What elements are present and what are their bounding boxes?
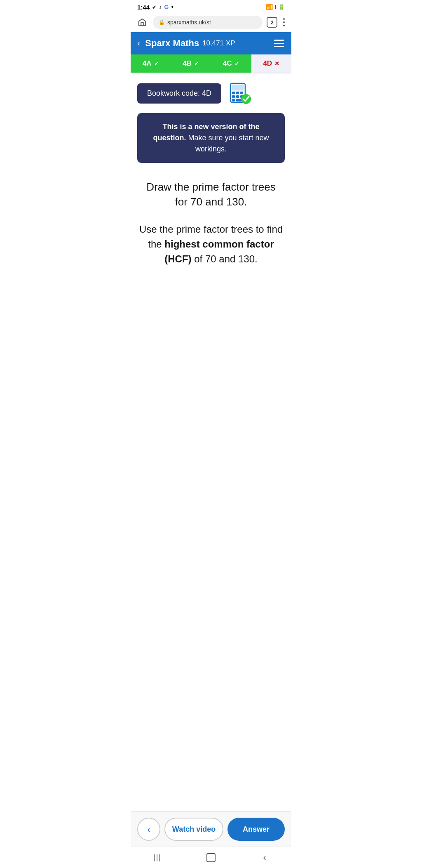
- menu-dot-1: [283, 18, 285, 20]
- tab-4b-check: ✓: [194, 60, 199, 67]
- status-left: 1:44 ✔ ♪ G •: [137, 3, 173, 11]
- dot-icon: •: [171, 3, 173, 11]
- question-line2: Use the prime factor trees to find the h…: [139, 222, 283, 267]
- browser-menu-button[interactable]: [281, 17, 286, 28]
- menu-line-3: [274, 46, 284, 47]
- tab-4b-label: 4B: [183, 59, 192, 68]
- lock-icon: 🔒: [159, 19, 165, 25]
- svg-rect-4: [240, 92, 243, 94]
- svg-rect-1: [232, 85, 244, 90]
- bookwork-badge: Bookwork code: 4D: [137, 83, 221, 104]
- tab-4d-x: ✕: [274, 60, 279, 67]
- status-icons: 📶 Ⅰ 🔋: [266, 4, 285, 10]
- header-back-button[interactable]: ‹: [137, 38, 140, 49]
- header-title: Sparx Maths 10,471 XP: [145, 38, 268, 49]
- battery-icon: 🔋: [278, 4, 285, 10]
- tab-4b[interactable]: 4B ✓: [171, 54, 211, 73]
- svg-rect-3: [236, 92, 239, 94]
- tabs-bar: 4A ✓ 4B ✓ 4C ✓ 4D ✕: [131, 54, 291, 73]
- tab-4a[interactable]: 4A ✓: [131, 54, 171, 73]
- main-content: Bookwork code: 4D: [131, 73, 291, 291]
- app-header: ‹ Sparx Maths 10,471 XP: [131, 32, 291, 54]
- tab-4c-check: ✓: [234, 60, 239, 67]
- hcf-bold: highest common factor (HCF): [164, 238, 274, 264]
- menu-line-1: [274, 40, 284, 41]
- new-version-banner: This is a new version of the question. M…: [137, 113, 285, 163]
- svg-rect-8: [232, 99, 235, 101]
- tab-4a-label: 4A: [143, 59, 152, 68]
- header-menu-button[interactable]: [273, 39, 285, 48]
- banner-normal: Make sure you start new workings.: [188, 134, 269, 153]
- calculator-icon: [228, 82, 251, 105]
- question-line1: Draw the prime factor trees for 70 and 1…: [139, 179, 283, 210]
- xp-label: 10,471 XP: [202, 39, 235, 47]
- tab-4a-check: ✓: [154, 60, 159, 67]
- svg-rect-5: [232, 95, 235, 98]
- wifi-icon: 📶: [266, 4, 273, 10]
- menu-dot-2: [283, 21, 285, 23]
- tab-4c[interactable]: 4C ✓: [211, 54, 251, 73]
- signal-icon: Ⅰ: [274, 4, 276, 10]
- url-text: sparxmaths.uk/st: [167, 19, 211, 26]
- bookwork-row: Bookwork code: 4D: [137, 82, 285, 105]
- checkmark-icon: ✔: [152, 4, 157, 10]
- app-name: Sparx Maths: [145, 38, 199, 49]
- tiktok-icon: ♪: [159, 4, 162, 10]
- status-time: 1:44: [137, 4, 150, 11]
- tab-4d[interactable]: 4D ✕: [251, 54, 292, 73]
- status-bar: 1:44 ✔ ♪ G • 📶 Ⅰ 🔋: [131, 0, 291, 12]
- svg-rect-2: [232, 92, 235, 94]
- tab-4c-label: 4C: [223, 59, 232, 68]
- browser-bar: 🔒 sparxmaths.uk/st 2: [131, 12, 291, 32]
- question-section: Draw the prime factor trees for 70 and 1…: [137, 175, 285, 283]
- google-icon: G: [164, 4, 169, 10]
- url-bar[interactable]: 🔒 sparxmaths.uk/st: [153, 16, 263, 29]
- tab-4d-label: 4D: [263, 59, 272, 68]
- svg-rect-6: [236, 95, 239, 98]
- tab-count[interactable]: 2: [267, 17, 277, 28]
- menu-line-2: [274, 43, 284, 44]
- menu-dot-3: [283, 25, 285, 26]
- home-button[interactable]: [136, 16, 149, 29]
